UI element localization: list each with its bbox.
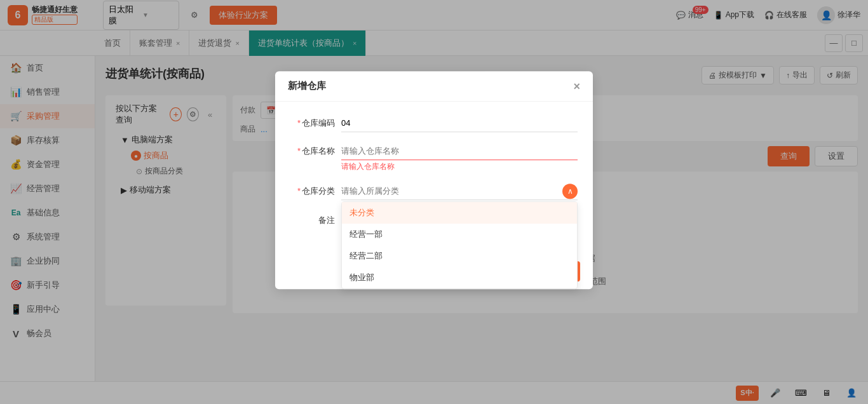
category-arrow-btn[interactable]: ∧: [562, 184, 578, 199]
dropdown-item-property[interactable]: 物业部: [342, 267, 577, 288]
dropdown-item-dept2[interactable]: 经营二部: [342, 245, 577, 267]
category-select-wrapper: ∧ 未分类 经营一部 经营二部 物业部: [341, 182, 578, 200]
add-warehouse-dialog: 新增仓库 × 仓库编码 仓库名称 请输入仓库名称 仓库分类 ∧ 未分类: [275, 71, 593, 289]
category-label: 仓库分类: [290, 185, 341, 197]
category-input[interactable]: [341, 182, 578, 200]
form-row-name: 仓库名称 请输入仓库名称: [290, 142, 578, 172]
dialog-close-btn[interactable]: ×: [573, 81, 580, 92]
name-error-msg: 请输入仓库名称: [290, 161, 578, 172]
name-label: 仓库名称: [290, 145, 341, 157]
name-input[interactable]: [341, 142, 578, 160]
dialog-header: 新增仓库 ×: [275, 71, 593, 102]
code-label: 仓库编码: [290, 118, 341, 129]
code-input[interactable]: [341, 114, 578, 132]
dropdown-item-dept1[interactable]: 经营一部: [342, 224, 577, 245]
dialog-title: 新增仓库: [288, 80, 326, 92]
dialog-body: 仓库编码 仓库名称 请输入仓库名称 仓库分类 ∧ 未分类 经营一部 经营二部: [275, 102, 593, 253]
dropdown-item-unclassified[interactable]: 未分类: [342, 202, 577, 224]
note-label: 备注: [290, 215, 341, 226]
form-row-code: 仓库编码: [290, 114, 578, 132]
form-row-category: 仓库分类 ∧ 未分类 经营一部 经营二部 物业部: [290, 182, 578, 200]
category-dropdown: 未分类 经营一部 经营二部 物业部: [341, 201, 578, 289]
